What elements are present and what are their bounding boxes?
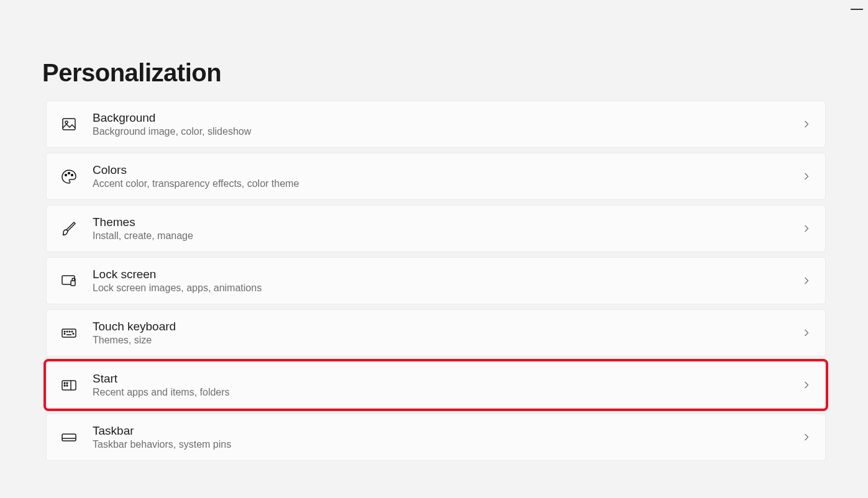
setting-text: Taskbar Taskbar behaviors, system pins bbox=[93, 424, 787, 450]
chevron-right-icon bbox=[802, 171, 811, 181]
svg-point-19 bbox=[64, 385, 65, 386]
svg-point-12 bbox=[64, 333, 65, 335]
setting-text: Colors Accent color, transparency effect… bbox=[93, 163, 787, 189]
svg-rect-6 bbox=[71, 281, 75, 286]
brush-icon bbox=[60, 220, 78, 237]
svg-point-18 bbox=[66, 383, 68, 384]
setting-item-description: Themes, size bbox=[93, 335, 787, 346]
svg-point-10 bbox=[69, 331, 70, 332]
svg-point-4 bbox=[71, 174, 73, 176]
start-icon bbox=[60, 376, 78, 394]
palette-icon bbox=[60, 168, 78, 185]
keyboard-icon bbox=[60, 324, 78, 342]
setting-item-colors[interactable]: Colors Accent color, transparency effect… bbox=[46, 153, 826, 200]
setting-text: Start Recent apps and items, folders bbox=[93, 372, 787, 398]
setting-item-title: Background bbox=[93, 111, 787, 125]
setting-item-title: Lock screen bbox=[93, 268, 787, 281]
setting-item-lock-screen[interactable]: Lock screen Lock screen images, apps, an… bbox=[46, 257, 826, 304]
setting-item-title: Touch keyboard bbox=[93, 320, 787, 333]
svg-point-13 bbox=[73, 333, 74, 335]
setting-item-start[interactable]: Start Recent apps and items, folders bbox=[46, 361, 826, 409]
setting-text: Background Background image, color, slid… bbox=[93, 111, 787, 137]
setting-item-themes[interactable]: Themes Install, create, manage bbox=[46, 205, 826, 252]
page-title: Personalization bbox=[42, 59, 826, 87]
setting-item-description: Accent color, transparency effects, colo… bbox=[93, 178, 787, 189]
setting-item-taskbar[interactable]: Taskbar Taskbar behaviors, system pins bbox=[46, 414, 826, 461]
setting-item-description: Taskbar behaviors, system pins bbox=[93, 439, 787, 450]
svg-point-9 bbox=[66, 331, 68, 332]
setting-text: Themes Install, create, manage bbox=[93, 215, 787, 242]
minimize-button[interactable] bbox=[851, 9, 863, 10]
svg-rect-21 bbox=[62, 434, 76, 441]
setting-item-description: Background image, color, slideshow bbox=[93, 126, 787, 137]
svg-point-2 bbox=[65, 174, 67, 176]
svg-point-3 bbox=[68, 173, 70, 174]
svg-point-20 bbox=[66, 385, 68, 386]
setting-item-title: Start bbox=[93, 372, 787, 386]
setting-item-description: Recent apps and items, folders bbox=[93, 387, 787, 398]
setting-item-title: Colors bbox=[93, 163, 787, 177]
lock-screen-icon bbox=[60, 272, 78, 289]
image-icon bbox=[60, 115, 78, 133]
svg-point-11 bbox=[71, 331, 73, 332]
setting-text: Lock screen Lock screen images, apps, an… bbox=[93, 268, 787, 294]
svg-point-8 bbox=[64, 331, 65, 332]
setting-item-description: Install, create, manage bbox=[93, 230, 787, 242]
svg-point-1 bbox=[65, 121, 68, 124]
setting-item-touch-keyboard[interactable]: Touch keyboard Themes, size bbox=[46, 309, 826, 356]
taskbar-icon bbox=[60, 428, 78, 446]
chevron-right-icon bbox=[802, 380, 811, 390]
svg-rect-0 bbox=[63, 119, 75, 130]
setting-item-title: Themes bbox=[93, 215, 787, 229]
setting-item-description: Lock screen images, apps, animations bbox=[93, 283, 787, 294]
svg-point-17 bbox=[64, 383, 65, 384]
main-content: Personalization Background Background im… bbox=[0, 0, 868, 461]
chevron-right-icon bbox=[802, 276, 811, 286]
chevron-right-icon bbox=[802, 328, 811, 338]
settings-list: Background Background image, color, slid… bbox=[42, 101, 826, 461]
chevron-right-icon bbox=[802, 432, 811, 442]
setting-item-background[interactable]: Background Background image, color, slid… bbox=[46, 101, 826, 148]
setting-item-title: Taskbar bbox=[93, 424, 787, 438]
chevron-right-icon bbox=[802, 224, 811, 233]
chevron-right-icon bbox=[802, 119, 811, 129]
setting-text: Touch keyboard Themes, size bbox=[93, 320, 787, 346]
